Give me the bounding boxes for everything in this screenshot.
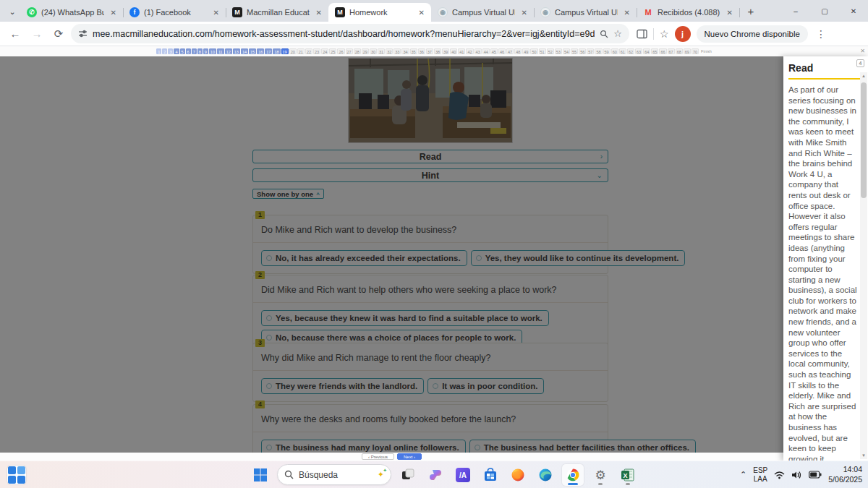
page-number-63[interactable]: 63 — [635, 48, 642, 54]
site-settings-icon[interactable] — [78, 29, 88, 38]
firefox-icon[interactable] — [507, 464, 529, 486]
page-number-1[interactable]: 1 — [156, 48, 161, 54]
mee-app-icon[interactable]: /A — [452, 464, 474, 486]
page-number-42[interactable]: 42 — [466, 48, 473, 54]
page-number-12[interactable]: 12 — [225, 48, 232, 54]
maximize-button[interactable]: ▢ — [810, 1, 839, 21]
page-number-40[interactable]: 40 — [450, 48, 457, 54]
page-number-48[interactable]: 48 — [514, 48, 522, 54]
page-number-65[interactable]: 65 — [651, 48, 658, 54]
new-tab-button[interactable]: + — [742, 2, 760, 20]
page-number-41[interactable]: 41 — [458, 48, 465, 54]
side-panel-icon[interactable] — [637, 29, 647, 39]
page-number-22[interactable]: 22 — [305, 48, 312, 54]
page-number-52[interactable]: 52 — [547, 48, 554, 54]
page-number-59[interactable]: 59 — [603, 48, 610, 54]
page-number-39[interactable]: 39 — [442, 48, 449, 54]
clock[interactable]: 14:045/06/2025 — [828, 465, 862, 484]
page-number-50[interactable]: 50 — [530, 48, 537, 54]
browser-tab[interactable]: ◉Campus Virtual UPA✕ — [534, 3, 637, 22]
browser-tab[interactable]: ✆(24) WhatsApp Busin✕ — [20, 3, 123, 22]
page-number-9[interactable]: 9 — [203, 48, 208, 54]
page-number-31[interactable]: 31 — [378, 48, 385, 54]
browser-tab[interactable]: MHomework✕ — [328, 3, 431, 22]
tab-close-icon[interactable]: ✕ — [314, 8, 324, 17]
page-number-10[interactable]: 10 — [209, 48, 216, 54]
strip-close-icon[interactable]: ✕ — [860, 48, 865, 54]
page-number-53[interactable]: 53 — [555, 48, 562, 54]
page-number-38[interactable]: 38 — [434, 48, 441, 54]
page-number-30[interactable]: 30 — [370, 48, 377, 54]
read-panel-scrollbar[interactable]: ▲ ▼ — [860, 72, 867, 459]
page-number-37[interactable]: 37 — [426, 48, 433, 54]
page-number-67[interactable]: 67 — [668, 48, 675, 54]
tab-close-icon[interactable]: ✕ — [725, 8, 735, 17]
page-number-26[interactable]: 26 — [337, 48, 344, 54]
page-number-43[interactable]: 43 — [475, 48, 482, 54]
browser-tab[interactable]: MMacmillan Education✕ — [226, 3, 328, 22]
copilot-icon[interactable] — [425, 464, 446, 486]
battery-icon[interactable] — [809, 471, 822, 479]
back-icon[interactable]: ← — [6, 25, 25, 43]
page-number-11[interactable]: 11 — [217, 48, 224, 54]
bookmark-star-icon[interactable]: ☆ — [613, 28, 622, 39]
tab-close-icon[interactable]: ✕ — [109, 8, 119, 17]
page-number-35[interactable]: 35 — [410, 48, 417, 54]
page-number-55[interactable]: 55 — [571, 48, 578, 54]
browser-tab[interactable]: MRecibidos (4.088) - j✕ — [637, 3, 739, 22]
browser-tab[interactable]: ◉Campus Virtual UPA✕ — [431, 3, 534, 22]
page-number-45[interactable]: 45 — [490, 48, 498, 54]
url-text[interactable]: mee.macmillaneducation.com/homework-asse… — [93, 29, 595, 39]
next-button[interactable]: Next › — [397, 453, 422, 460]
chrome-update-button[interactable]: Nuevo Chrome disponible — [697, 25, 808, 43]
page-number-3[interactable]: 3 — [168, 48, 173, 54]
page-number-2[interactable]: 2 — [162, 48, 167, 54]
page-number-36[interactable]: 36 — [418, 48, 425, 54]
page-number-19[interactable]: 19 — [281, 48, 289, 54]
read-panel-corner-badge[interactable]: 4 — [856, 59, 864, 67]
page-number-34[interactable]: 34 — [401, 48, 409, 54]
page-number-60[interactable]: 60 — [611, 48, 618, 54]
page-number-61[interactable]: 61 — [619, 48, 626, 54]
page-number-25[interactable]: 25 — [329, 48, 336, 54]
page-number-46[interactable]: 46 — [498, 48, 506, 54]
tab-close-icon[interactable]: ✕ — [417, 8, 427, 17]
scroll-down-icon[interactable]: ▼ — [860, 452, 867, 459]
edge-icon[interactable] — [535, 464, 556, 486]
scroll-up-icon[interactable]: ▲ — [860, 72, 867, 80]
excel-icon[interactable]: X — [617, 464, 639, 486]
minimize-button[interactable]: – — [781, 1, 810, 21]
taskbar-search[interactable]: Búsqueda ✦✦ — [277, 464, 391, 485]
page-number-57[interactable]: 57 — [587, 48, 594, 54]
menu-kebab-icon[interactable]: ⋮ — [814, 28, 828, 40]
page-number-62[interactable]: 62 — [627, 48, 634, 54]
page-number-27[interactable]: 27 — [346, 48, 353, 54]
start-button[interactable] — [250, 464, 271, 486]
page-number-29[interactable]: 29 — [362, 48, 369, 54]
keyboard-language[interactable]: ESPLAA — [753, 466, 767, 483]
page-number-33[interactable]: 33 — [393, 48, 401, 54]
page-number-69[interactable]: 69 — [684, 48, 691, 54]
page-number-17[interactable]: 17 — [265, 48, 272, 54]
speaker-icon[interactable] — [791, 471, 802, 479]
browser-tab[interactable]: f(1) Facebook✕ — [123, 3, 226, 22]
tab-close-icon[interactable]: ✕ — [519, 8, 529, 17]
microsoft-store-icon[interactable] — [480, 464, 501, 486]
task-view-icon[interactable] — [397, 464, 419, 486]
settings-icon[interactable]: ⚙ — [590, 464, 611, 486]
page-number-47[interactable]: 47 — [506, 48, 514, 54]
tray-chevron-icon[interactable]: ⌃ — [740, 470, 746, 479]
forward-icon[interactable]: → — [27, 25, 46, 43]
page-number-68[interactable]: 68 — [676, 48, 683, 54]
page-number-44[interactable]: 44 — [482, 48, 490, 54]
page-number-54[interactable]: 54 — [563, 48, 570, 54]
favorites-sparkle-icon[interactable]: ☆ — [660, 28, 669, 40]
page-number-14[interactable]: 14 — [241, 48, 248, 54]
page-number-20[interactable]: 20 — [289, 48, 297, 54]
page-number-15[interactable]: 15 — [249, 48, 256, 54]
tab-close-icon[interactable]: ✕ — [211, 8, 221, 17]
page-number-6[interactable]: 6 — [186, 48, 191, 54]
close-button[interactable]: ✕ — [839, 1, 868, 21]
page-number-13[interactable]: 13 — [233, 48, 240, 54]
page-number-49[interactable]: 49 — [522, 48, 529, 54]
